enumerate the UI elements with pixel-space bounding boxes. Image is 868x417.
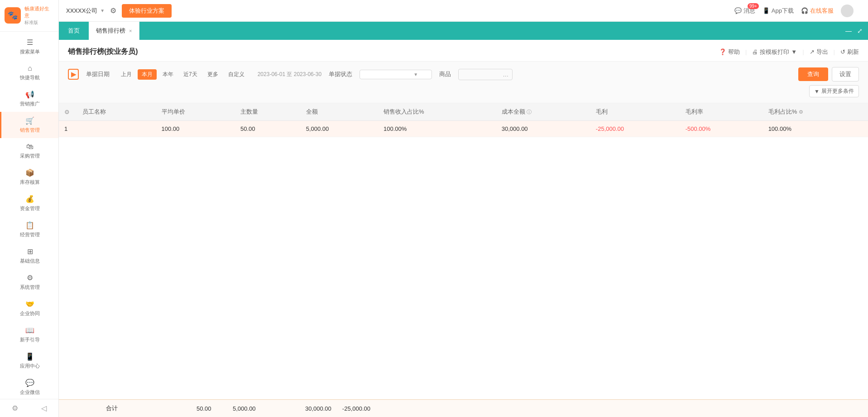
cost-info-icon[interactable]: ⓘ [527,109,532,115]
settings-button[interactable]: 设置 [832,67,859,81]
sidebar-label-purchase: 采购管理 [20,153,40,159]
app-icon: 📱 [762,7,770,14]
avatar[interactable] [841,5,854,17]
status-select[interactable]: ▼ [360,70,432,79]
sidebar-item-wecom[interactable]: 💬 企业微信 [0,374,58,399]
date-tab-this-year[interactable]: 本年 [158,69,177,80]
print-btn[interactable]: 🖨 按模板打印 ▼ [752,48,797,56]
col-name: 员工名称 [77,103,156,121]
sidebar-item-basic-info[interactable]: ⊞ 基础信息 [0,243,58,269]
date-tab-this-month[interactable]: 本月 [138,69,157,80]
help-btn[interactable]: ❓ 帮助 [719,48,740,56]
logo-area: 🐾 畅康通好生意 标准版 [0,0,58,32]
tab-close-icon[interactable]: × [129,28,132,34]
col-gross: 毛利 [590,103,680,121]
sidebar-item-appstore[interactable]: 📱 应用中心 [0,348,58,374]
content-area: 销售排行榜(按业务员) ❓ 帮助 | 🖨 按模板打印 ▼ | ↗ [59,40,868,417]
sidebar-nav: ☰ 搜索菜单 ⌂ 快捷导航 📢 营销推广 🛒 销售管理 🛍 采购管理 📦 库存核… [0,32,58,399]
cell-name [77,121,156,137]
divider1: | [745,48,747,55]
sidebar-settings-btn[interactable]: ⚙ [12,404,18,412]
col-avg-price: 平均单价 [156,103,235,121]
msg-badge: 99+ [748,3,759,9]
date-tab-7days[interactable]: 近7天 [179,69,201,80]
status-select-arrow-icon: ▼ [413,72,418,77]
sidebar-label-basic: 基础信息 [20,258,40,264]
sidebar-item-guide[interactable]: 📖 新手引导 [0,321,58,348]
refresh-btn[interactable]: ↺ 刷新 [840,48,859,56]
col-qty: 主数量 [235,103,301,121]
sidebar: 🐾 畅康通好生意 标准版 ☰ 搜索菜单 ⌂ 快捷导航 📢 营销推广 🛒 销售管理… [0,0,59,417]
service-label: 在线客服 [810,7,834,15]
system-icon: ⚙ [27,273,33,282]
sidebar-item-operations[interactable]: 📋 经营管理 [0,216,58,243]
goods-input[interactable]: … [458,69,513,80]
tab-home[interactable]: 首页 [59,22,89,40]
filter-bar: ▶ 单据日期 上月 本月 本年 近7天 更多 自定义 2023-06-01 至 … [59,62,868,103]
date-tab-last-month[interactable]: 上月 [117,69,136,80]
goods-label: 商品 [439,70,451,78]
app-download-btn[interactable]: 📱 App下载 [762,7,794,15]
wecom-icon: 💬 [25,379,34,387]
table-container: ⚙ 员工名称 平均单价 主数量 全额 销售收入占比% 成本全额 ⓘ 毛利 毛利率… [59,103,868,399]
topbar-settings-icon[interactable]: ⚙ [110,6,116,15]
sidebar-collapse-btn[interactable]: ◁ [41,404,47,412]
footer-qty: 50.00 [191,405,227,412]
date-tab-custom[interactable]: 自定义 [224,69,249,80]
cell-gross-rate: -500.00% [680,121,763,137]
app-name: 畅康通好生意 [24,5,54,19]
cell-gross-pct: 100.00% [763,121,868,137]
date-tab-more[interactable]: 更多 [203,69,222,80]
refresh-icon: ↺ [840,48,845,55]
sidebar-item-marketing[interactable]: 📢 营销推广 [0,86,58,112]
sidebar-item-inventory[interactable]: 📦 库存核算 [0,164,58,190]
expand-more-btn[interactable]: ▼ 展开更多条件 [809,85,859,97]
goods-browse-icon[interactable]: … [503,71,508,78]
maximize-icon[interactable]: ⤢ [857,27,863,34]
tabbar: 首页 销售排行榜 × — ⤢ [59,22,868,40]
col-gross-rate: 毛利率 [680,103,763,121]
sidebar-item-finance[interactable]: 💰 资金管理 [0,190,58,216]
company-arrow-icon: ▼ [100,8,105,13]
app-label: App下载 [772,7,794,15]
sidebar-item-cooperation[interactable]: 🤝 企业协同 [0,295,58,321]
sidebar-label-inventory: 库存核算 [20,179,40,186]
sidebar-item-purchase[interactable]: 🛍 采购管理 [0,138,58,164]
topbar: XXXXX公司 ▼ ⚙ 体验行业方案 💬 消息 99+ 📱 App下载 🎧 在线… [59,0,868,22]
sidebar-item-quick-nav[interactable]: ⌂ 快捷导航 [0,60,58,86]
sidebar-item-sales[interactable]: 🛒 销售管理 [0,112,58,138]
gross-pct-info-icon[interactable]: ⚙ [799,109,803,115]
footer-gross: -25,000.00 [337,405,376,412]
main-area: XXXXX公司 ▼ ⚙ 体验行业方案 💬 消息 99+ 📱 App下载 🎧 在线… [59,0,868,417]
export-btn[interactable]: ↗ 导出 [810,48,828,56]
appstore-icon: 📱 [25,352,34,361]
footer-total-label: 合计 [101,404,155,412]
query-button[interactable]: 查询 [798,67,828,81]
sales-icon: 🛒 [25,116,34,125]
col-settings-icon[interactable]: ⚙ [59,103,77,121]
export-label: 导出 [816,48,828,56]
table-body: 1 100.00 50.00 5,000.00 100.00% 30,000.0… [59,121,868,137]
trial-button[interactable]: 体验行业方案 [122,4,172,18]
filter-expand-arrow[interactable]: ▶ [68,69,79,80]
sidebar-item-system[interactable]: ⚙ 系统管理 [0,269,58,295]
page-container: 销售排行榜(按业务员) ❓ 帮助 | 🖨 按模板打印 ▼ | ↗ [59,40,868,417]
company-selector[interactable]: XXXXX公司 ▼ [66,7,105,15]
page-title: 销售排行榜(按业务员) [68,47,138,57]
sidebar-label-search: 搜索菜单 [20,48,40,55]
expand-down-icon: ▼ [814,88,820,95]
table-header: ⚙ 员工名称 平均单价 主数量 全额 销售收入占比% 成本全额 ⓘ 毛利 毛利率… [59,103,868,121]
online-service-btn[interactable]: 🎧 在线客服 [801,7,834,15]
tab-sales-ranking[interactable]: 销售排行榜 × [89,22,139,40]
sidebar-label-operations: 经营管理 [20,231,40,238]
sidebar-item-search[interactable]: ☰ 搜索菜单 [0,34,58,60]
app-version: 标准版 [24,19,54,26]
refresh-label: 刷新 [847,48,859,56]
message-btn[interactable]: 💬 消息 99+ [734,7,755,15]
company-name: XXXXX公司 [66,7,97,15]
help-icon: ❓ [719,48,726,55]
minimize-icon[interactable]: — [845,27,852,34]
cell-qty: 50.00 [235,121,301,137]
ranking-table: ⚙ 员工名称 平均单价 主数量 全额 销售收入占比% 成本全额 ⓘ 毛利 毛利率… [59,103,868,137]
export-icon: ↗ [810,48,815,55]
